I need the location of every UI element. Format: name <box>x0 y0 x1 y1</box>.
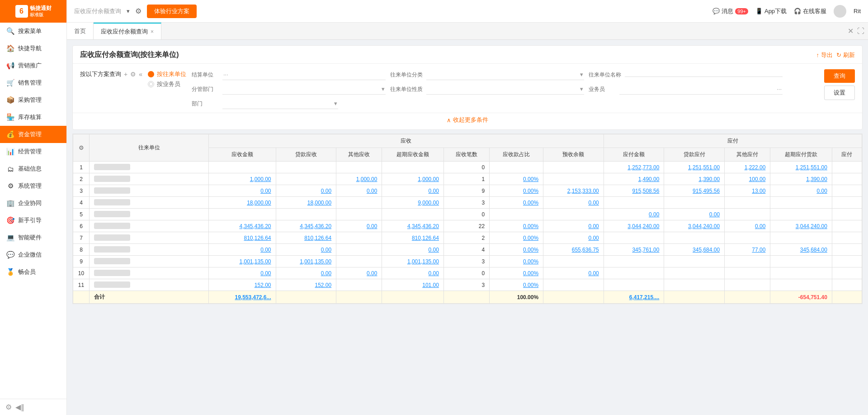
app-download-item[interactable]: 📱 App下载 <box>755 7 787 15</box>
yingshou-cell-4[interactable]: 2 <box>443 232 489 244</box>
yingshou-cell-3[interactable]: 1,000.00 <box>382 173 443 185</box>
footer-yingshou-total[interactable]: 19,553,472,6... <box>209 291 276 304</box>
dept-manager-select[interactable]: ▾ <box>222 84 386 95</box>
tab-close-icon[interactable]: × <box>151 29 154 35</box>
yingfu-cell-3[interactable]: 3,044,240.00 <box>770 220 832 232</box>
yingshou-cell-1[interactable]: 0.00 <box>276 185 336 197</box>
yingshou-cell-0[interactable]: 1,001,135.00 <box>209 256 276 267</box>
yingshou-cell-1[interactable]: 18,000.00 <box>276 197 336 209</box>
yingshou-cell-4[interactable]: 22 <box>443 220 489 232</box>
yingshou-cell-6[interactable]: 0.00 <box>543 232 604 244</box>
yingshou-cell-1[interactable]: 152.00 <box>276 279 336 291</box>
yingshou-cell-5[interactable]: 0.00% <box>490 232 543 244</box>
sidebar-item-enterprise[interactable]: 🏢 企业协同 <box>0 195 66 212</box>
sidebar-item-member[interactable]: 🏅 畅会员 <box>0 263 66 281</box>
yingfu-cell-3[interactable]: 0.00 <box>770 185 832 197</box>
sidebar-item-finance[interactable]: 💰 资金管理 <box>0 126 66 143</box>
by-partner-item[interactable]: 按往来单位 <box>148 69 186 79</box>
yingshou-cell-0[interactable]: 0.00 <box>209 185 276 197</box>
yingfu-cell-1[interactable]: 3,044,240.00 <box>664 220 725 232</box>
yingshou-cell-0[interactable]: 18,000.00 <box>209 197 276 209</box>
yingfu-cell-2[interactable]: 0.00 <box>725 220 770 232</box>
yingshou-cell-4[interactable]: 0 <box>443 209 489 220</box>
yingfu-cell-1[interactable]: 1,251,551.00 <box>664 162 725 173</box>
yingshou-cell-4[interactable]: 1 <box>443 173 489 185</box>
yingshou-cell-3[interactable]: 101.00 <box>382 279 443 291</box>
yingshou-cell-5[interactable]: 0.00% <box>490 197 543 209</box>
yingshou-cell-5[interactable]: 0.00% <box>490 244 543 256</box>
yingshou-cell-3[interactable]: 810,126.64 <box>382 232 443 244</box>
yingshou-cell-0[interactable]: 4,345,436.20 <box>209 220 276 232</box>
yingshou-cell-2[interactable]: 0.00 <box>336 185 382 197</box>
yingshou-cell-6[interactable]: 0.00 <box>543 267 604 279</box>
sidebar-item-quick-nav[interactable]: 🏠 快捷导航 <box>0 40 66 57</box>
solution-button[interactable]: 体验行业方案 <box>147 5 197 18</box>
yingfu-cell-3[interactable]: 1,251,551.00 <box>770 162 832 173</box>
yingshou-cell-4[interactable]: 3 <box>443 256 489 267</box>
yingshou-cell-0[interactable]: 1,000.00 <box>209 173 276 185</box>
yingfu-cell-1[interactable]: 0.00 <box>664 209 725 220</box>
sidebar-item-purchase[interactable]: 📦 采购管理 <box>0 91 66 109</box>
sidebar-item-ops[interactable]: 📊 经营管理 <box>0 143 66 160</box>
yingshou-cell-3[interactable]: 4,345,436.20 <box>382 220 443 232</box>
yingshou-cell-5[interactable]: 0.00% <box>490 173 543 185</box>
yingfu-cell-3[interactable]: 345,684.00 <box>770 244 832 256</box>
yingshou-cell-3[interactable]: 1,001,135.00 <box>382 256 443 267</box>
yingfu-cell-1[interactable]: 915,495.56 <box>664 185 725 197</box>
yingshou-cell-1[interactable]: 0.00 <box>276 267 336 279</box>
footer-collapse-icon[interactable]: ◀‖ <box>15 403 24 411</box>
yingfu-cell-0[interactable]: 1,252,773.00 <box>604 162 664 173</box>
by-salesperson-item[interactable]: 按业务员 <box>148 79 186 89</box>
yingshou-cell-3[interactable]: 0.00 <box>382 267 443 279</box>
query-button[interactable]: 查询 <box>824 69 855 83</box>
yingfu-cell-0[interactable]: 3,044,240.00 <box>604 220 664 232</box>
yingshou-cell-2[interactable]: 1,000.00 <box>336 173 382 185</box>
yingshou-cell-5[interactable]: 0.00% <box>490 279 543 291</box>
sidebar-item-smart-hw[interactable]: 💻 智能硬件 <box>0 229 66 246</box>
sidebar-item-enterprise-wx[interactable]: 💬 企业微信 <box>0 246 66 263</box>
refresh-button[interactable]: ↻ 刷新 <box>836 51 855 59</box>
fullscreen-icon[interactable]: ⛶ <box>857 27 864 35</box>
yingfu-cell-2[interactable]: 13.00 <box>725 185 770 197</box>
window-close-icon[interactable]: ✕ <box>848 27 854 35</box>
partner-nature-select[interactable]: ▾ <box>426 84 584 95</box>
tab-query[interactable]: 应收应付余额查询 × <box>94 23 161 39</box>
yingshou-cell-4[interactable]: 3 <box>443 279 489 291</box>
yingshou-cell-4[interactable]: 0 <box>443 267 489 279</box>
salesperson-input[interactable]: ··· <box>619 84 783 95</box>
yingshou-cell-0[interactable]: 810,126.64 <box>209 232 276 244</box>
yingfu-cell-2[interactable]: 77.00 <box>725 244 770 256</box>
yingshou-cell-6[interactable]: 0.00 <box>543 197 604 209</box>
yingshou-cell-0[interactable]: 0.00 <box>209 267 276 279</box>
yingshou-cell-1[interactable]: 810,126.64 <box>276 232 336 244</box>
online-service-item[interactable]: 🎧 在线客服 <box>794 7 826 15</box>
sidebar-item-sales[interactable]: 🛒 销售管理 <box>0 74 66 91</box>
yingfu-cell-0[interactable]: 1,490.00 <box>604 173 664 185</box>
yingshou-cell-4[interactable]: 4 <box>443 244 489 256</box>
yingshou-cell-5[interactable]: 0.00% <box>490 267 543 279</box>
yingshou-cell-0[interactable]: 152.00 <box>209 279 276 291</box>
yingshou-cell-1[interactable]: 0.00 <box>276 244 336 256</box>
yingshou-cell-1[interactable]: 4,345,436.20 <box>276 220 336 232</box>
yingshou-cell-2[interactable]: 0.00 <box>336 220 382 232</box>
yingshou-cell-5[interactable]: 0.00% <box>490 220 543 232</box>
dropdown-arrow[interactable]: ▾ <box>127 8 130 14</box>
yingfu-cell-1[interactable]: 345,684.00 <box>664 244 725 256</box>
dept-select[interactable]: ▾ <box>222 98 338 109</box>
yingshou-cell-5[interactable]: 0.00% <box>490 256 543 267</box>
sidebar-item-guide[interactable]: 🎯 新手引导 <box>0 212 66 229</box>
message-item[interactable]: 💬 消息 99+ <box>712 7 748 15</box>
partner-name-input[interactable] <box>625 73 783 77</box>
yingshou-cell-2[interactable]: 0.00 <box>336 267 382 279</box>
yingshou-cell-6[interactable]: 0.00 <box>543 220 604 232</box>
sidebar-item-inventory[interactable]: 🏪 库存核算 <box>0 109 66 126</box>
scheme-settings-icon[interactable]: ⚙ <box>130 71 136 78</box>
sidebar-item-marketing[interactable]: 📢 营销推广 <box>0 57 66 74</box>
set-button[interactable]: 设置 <box>824 86 855 100</box>
partner-category-select[interactable]: ▾ <box>426 69 584 80</box>
yingshou-cell-4[interactable]: 9 <box>443 185 489 197</box>
yingshou-cell-3[interactable]: 0.00 <box>382 185 443 197</box>
sidebar-item-sys-mgmt[interactable]: ⚙ 系统管理 <box>0 177 66 195</box>
yingshou-cell-1[interactable]: 1,001,135.00 <box>276 256 336 267</box>
header-gear-icon[interactable]: ⚙ <box>135 7 142 15</box>
